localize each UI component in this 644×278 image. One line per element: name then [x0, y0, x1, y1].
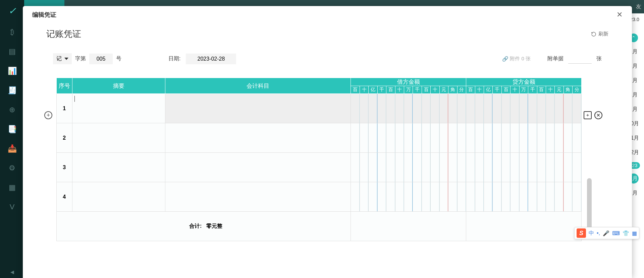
ime-mic-icon[interactable]: 🎤 [603, 230, 609, 236]
nav-icon-voucher[interactable]: 📑 [7, 125, 17, 134]
amount-digit[interactable] [501, 182, 510, 212]
summary-cell[interactable] [72, 94, 165, 123]
summary-cell[interactable] [72, 123, 165, 153]
amount-digit[interactable] [431, 153, 439, 182]
amount-digit[interactable] [369, 182, 377, 212]
amount-digit[interactable] [439, 153, 448, 182]
refresh-button[interactable]: 刷新 [591, 31, 608, 37]
amount-digit[interactable] [422, 153, 430, 182]
amount-digit[interactable] [422, 182, 430, 212]
amount-digit[interactable] [351, 94, 360, 123]
amount-digit[interactable] [484, 153, 492, 182]
amount-digit[interactable] [573, 153, 582, 182]
amount-digit[interactable] [484, 123, 492, 153]
amount-digit[interactable] [475, 182, 484, 212]
ime-punct-icon[interactable]: •, [597, 230, 600, 236]
amount-digit[interactable] [439, 123, 448, 153]
amount-digit[interactable] [439, 182, 448, 212]
amount-digit[interactable] [395, 123, 404, 153]
amount-digit[interactable] [457, 182, 466, 212]
amount-digit[interactable] [360, 94, 368, 123]
amount-digit[interactable] [377, 182, 386, 212]
amount-digit[interactable] [564, 123, 572, 153]
amount-digit[interactable] [564, 182, 572, 212]
amount-digit[interactable] [404, 123, 413, 153]
amount-digit[interactable] [466, 182, 475, 212]
amount-digit[interactable] [457, 94, 466, 123]
amount-digit[interactable] [386, 123, 395, 153]
amount-digit[interactable] [564, 94, 572, 123]
amount-digit[interactable] [484, 94, 492, 123]
amount-digit[interactable] [395, 94, 404, 123]
amount-digit[interactable] [493, 182, 501, 212]
amount-digit[interactable] [422, 94, 430, 123]
amount-digit[interactable] [555, 123, 564, 153]
amount-digit[interactable] [466, 153, 475, 182]
amount-digit[interactable] [377, 123, 386, 153]
amount-digit[interactable] [466, 94, 475, 123]
amount-digit[interactable] [395, 153, 404, 182]
amount-digit[interactable] [448, 123, 457, 153]
amount-digit[interactable] [475, 94, 484, 123]
amount-digit[interactable] [360, 123, 368, 153]
ime-keyboard-icon[interactable]: ⌨ [612, 230, 620, 236]
ime-skin-icon[interactable]: 👕 [623, 230, 629, 236]
amount-digit[interactable] [555, 94, 564, 123]
amount-digit[interactable] [360, 153, 368, 182]
amount-digit[interactable] [439, 94, 448, 123]
amount-digit[interactable] [546, 153, 554, 182]
amount-digit[interactable] [573, 123, 582, 153]
nav-icon-5[interactable]: ⊕ [7, 105, 17, 115]
nav-icon-settings[interactable]: ⚙ [7, 163, 17, 173]
amount-digit[interactable] [519, 153, 528, 182]
nav-icon-2[interactable]: ▤ [7, 47, 17, 56]
amount-digit[interactable] [377, 94, 386, 123]
insert-row-icon[interactable]: ＋ [584, 111, 592, 119]
add-row-button[interactable]: + [44, 111, 52, 119]
amount-digit[interactable] [511, 94, 519, 123]
amount-digit[interactable] [404, 153, 413, 182]
amount-digit[interactable] [475, 153, 484, 182]
amount-digit[interactable] [351, 182, 360, 212]
nav-icon-1[interactable]: ₿ [7, 27, 17, 37]
amount-digit[interactable] [448, 182, 457, 212]
sidebar-collapse-icon[interactable]: ◀ [10, 269, 14, 275]
amount-digit[interactable] [422, 123, 430, 153]
amount-digit[interactable] [457, 153, 466, 182]
delete-row-icon[interactable]: ✕ [594, 111, 602, 119]
nav-icon-3[interactable]: 📊 [7, 66, 17, 76]
amount-digit[interactable] [413, 123, 422, 153]
amount-digit[interactable] [395, 182, 404, 212]
modal-close-button[interactable]: ✕ [616, 10, 623, 19]
amount-digit[interactable] [386, 153, 395, 182]
amount-digit[interactable] [431, 94, 439, 123]
amount-digit[interactable] [537, 182, 546, 212]
amount-digit[interactable] [351, 123, 360, 153]
amount-digit[interactable] [369, 94, 377, 123]
amount-digit[interactable] [511, 153, 519, 182]
subject-cell[interactable] [165, 182, 351, 212]
summary-cell[interactable] [72, 153, 165, 182]
ime-toolbox-icon[interactable]: ▦ [632, 230, 637, 236]
amount-digit[interactable] [546, 94, 554, 123]
ime-lang[interactable]: 中 [589, 230, 594, 237]
amount-digit[interactable] [386, 182, 395, 212]
amount-digit[interactable] [448, 94, 457, 123]
amount-digit[interactable] [431, 182, 439, 212]
amount-digit[interactable] [555, 182, 564, 212]
amount-digit[interactable] [360, 182, 368, 212]
amount-digit[interactable] [493, 94, 501, 123]
amount-digit[interactable] [493, 153, 501, 182]
amount-digit[interactable] [501, 123, 510, 153]
subject-cell[interactable] [165, 123, 351, 153]
amount-digit[interactable] [386, 94, 395, 123]
amount-digit[interactable] [493, 123, 501, 153]
summary-cell[interactable] [72, 182, 165, 212]
amount-digit[interactable] [528, 153, 537, 182]
amount-digit[interactable] [413, 94, 422, 123]
amount-digit[interactable] [511, 182, 519, 212]
nav-icon-9[interactable]: ▦ [7, 183, 17, 192]
amount-digit[interactable] [501, 153, 510, 182]
subject-cell[interactable] [165, 94, 351, 123]
amount-digit[interactable] [519, 182, 528, 212]
